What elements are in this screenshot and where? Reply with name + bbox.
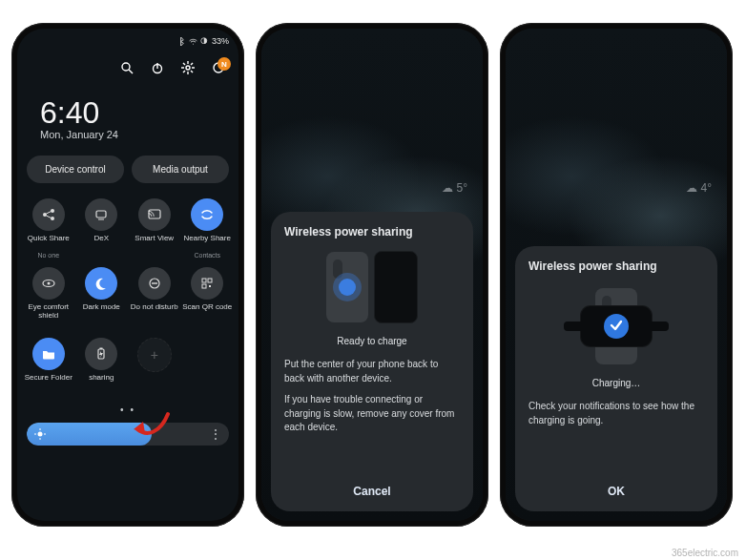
tile-power-sharing[interactable]: sharing — [76, 336, 128, 401]
cloud-icon: ☁ — [686, 181, 697, 195]
tile-dark-mode[interactable]: Dark mode — [76, 265, 128, 332]
dex-icon — [85, 198, 117, 231]
screen-1: 33% N 6:40 Mon, January 24 Device contro… — [17, 29, 238, 521]
folder-icon — [32, 338, 65, 370]
sun-icon — [34, 428, 46, 440]
quick-settings-grid: Quick Share No one DeX Smart View Nearby… — [17, 187, 238, 401]
battery-percent: 33% — [212, 36, 229, 46]
dialog-illustration — [528, 282, 704, 370]
tile-label: sharing — [89, 374, 114, 389]
charge-spot-icon — [339, 279, 356, 296]
tile-scan-qr[interactable]: Scan QR code — [182, 265, 234, 332]
svg-line-13 — [191, 63, 193, 65]
cloud-icon: ☁ — [442, 181, 453, 195]
svg-rect-30 — [209, 285, 211, 287]
battery-icon — [200, 37, 209, 46]
notification-icon[interactable]: N — [212, 61, 225, 74]
svg-rect-32 — [100, 347, 103, 349]
dialog-body-line1: Check your notifications to see how the … — [528, 400, 704, 427]
phone-frame-2: 6:41 33% ☁ 5° Wireless power sharing Rea… — [256, 23, 488, 527]
dialog-title: Wireless power sharing — [528, 259, 704, 273]
dialog-status: Charging… — [528, 378, 704, 388]
tile-add[interactable]: + — [129, 336, 180, 401]
tile-secure-folder[interactable]: Secure Folder — [23, 336, 74, 401]
dialog-body-line2: If you have trouble connecting or chargi… — [284, 393, 460, 435]
nearby-icon — [191, 198, 223, 231]
tile-label: Eye comfort shield — [23, 303, 74, 321]
svg-point-17 — [51, 217, 54, 220]
brightness-more-icon[interactable]: ⋮ — [208, 426, 223, 442]
tile-nearby-share[interactable]: Nearby Share Contacts — [182, 197, 234, 261]
svg-point-1 — [122, 63, 130, 71]
watermark: 365electric.com — [672, 548, 738, 558]
tile-label: Nearby Share — [184, 235, 231, 250]
svg-line-10 — [183, 63, 185, 65]
svg-line-2 — [129, 70, 133, 73]
device-control-chip[interactable]: Device control — [27, 156, 124, 183]
svg-point-16 — [51, 209, 54, 213]
svg-point-24 — [47, 282, 50, 285]
tile-smart-view[interactable]: Smart View — [129, 197, 180, 261]
brightness-slider[interactable]: ⋮ — [27, 423, 229, 446]
tile-quick-share[interactable]: Quick Share No one — [23, 197, 74, 261]
screen-3: 6:42 33% ☁ 4° Wireless power sharing — [506, 29, 727, 521]
tile-sublabel: Contacts — [194, 252, 220, 259]
svg-rect-28 — [208, 279, 212, 282]
tile-dex[interactable]: DeX — [76, 197, 128, 261]
plus-icon: + — [137, 338, 172, 372]
search-icon[interactable] — [120, 61, 134, 74]
check-icon — [604, 314, 629, 339]
phone-graphic-b — [374, 251, 418, 323]
wifi-icon — [189, 37, 197, 46]
weather-temp: 4° — [701, 181, 712, 195]
weather-temp: 5° — [457, 181, 467, 195]
page-indicator: • • — [17, 401, 238, 417]
tile-label: Scan QR code — [182, 303, 232, 319]
svg-rect-20 — [96, 211, 106, 218]
svg-point-33 — [38, 431, 43, 436]
tile-label: Dark mode — [83, 303, 120, 319]
gear-icon[interactable] — [181, 61, 195, 74]
clock-date: Mon, January 24 — [40, 129, 238, 140]
tile-eye-comfort[interactable]: Eye comfort shield — [23, 265, 74, 332]
ok-button[interactable]: OK — [528, 473, 704, 508]
cancel-button[interactable]: Cancel — [284, 473, 460, 508]
tile-label: Secure Folder — [25, 374, 73, 389]
dialog-body: Check your notifications to see how the … — [528, 400, 704, 435]
clock-block: 6:40 Mon, January 24 — [17, 74, 238, 142]
wireless-power-sharing-dialog: Wireless power sharing Ready to charge P… — [271, 212, 473, 511]
tile-label: Quick Share — [28, 235, 70, 250]
share-icon — [32, 198, 65, 231]
dialog-illustration — [284, 248, 460, 326]
dialog-title: Wireless power sharing — [284, 225, 460, 239]
dialog-body: Put the center of your phone back to bac… — [284, 358, 460, 443]
tile-label: DeX — [93, 235, 109, 250]
bluetooth-icon — [177, 37, 186, 46]
svg-rect-29 — [202, 284, 206, 288]
svg-line-18 — [46, 212, 51, 215]
svg-line-19 — [46, 216, 51, 218]
eye-icon — [32, 267, 65, 300]
battery-share-icon — [85, 338, 117, 370]
status-bar: 33% — [17, 29, 238, 52]
phone-frame-1: 33% N 6:40 Mon, January 24 Device contro… — [11, 23, 244, 527]
panel-top-icons: N — [17, 52, 238, 74]
media-output-chip[interactable]: Media output — [132, 156, 229, 183]
power-icon[interactable] — [151, 61, 164, 74]
screen-2: 6:41 33% ☁ 5° Wireless power sharing Rea… — [261, 29, 483, 521]
svg-point-5 — [186, 66, 190, 70]
phone-frame-3: 6:42 33% ☁ 4° Wireless power sharing — [500, 23, 733, 527]
phone-graphic-a — [326, 252, 368, 322]
tile-label: Smart View — [135, 235, 174, 250]
wireless-power-sharing-dialog: Wireless power sharing Charging… Check y… — [515, 246, 717, 511]
qr-icon — [191, 267, 223, 300]
tile-dnd[interactable]: Do not disturb — [129, 265, 180, 332]
dialog-status: Ready to charge — [284, 336, 460, 346]
weather-widget: ☁ 5° — [442, 181, 467, 195]
tile-sublabel: No one — [37, 252, 59, 259]
dialog-body-line1: Put the center of your phone back to bac… — [284, 358, 460, 385]
tile-label: Do not disturb — [131, 303, 178, 319]
weather-widget: ☁ 4° — [686, 181, 712, 195]
svg-line-12 — [183, 71, 185, 73]
notification-badge: N — [218, 57, 231, 71]
